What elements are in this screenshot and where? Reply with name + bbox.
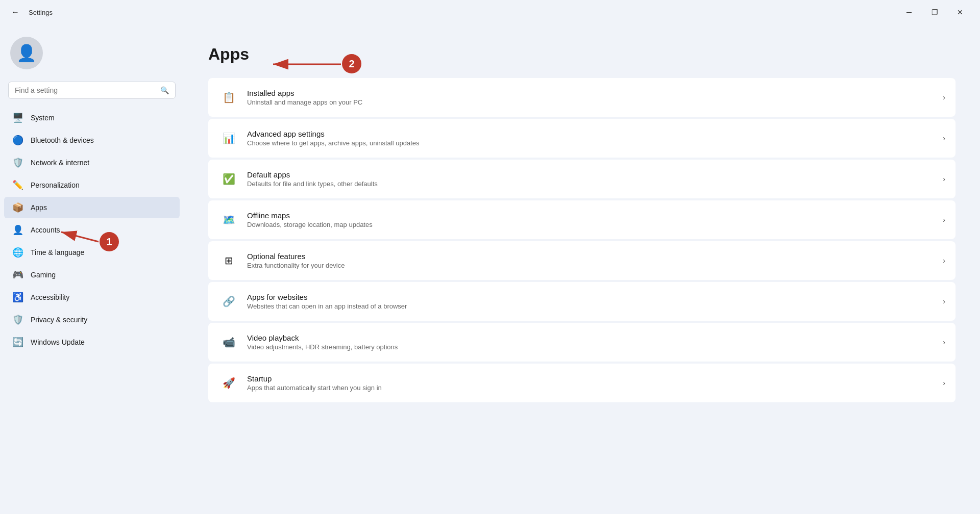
offline-maps-chevron: › [943,216,945,224]
startup-desc: Apps that automatically start when you s… [247,384,943,392]
settings-item-apps-for-websites[interactable]: 🔗Apps for websitesWebsites that can open… [208,282,955,321]
sidebar-item-bluetooth[interactable]: 🔵Bluetooth & devices [4,130,180,151]
optional-features-chevron: › [943,256,945,265]
video-playback-title: Video playback [247,333,943,342]
apps-for-websites-title: Apps for websites [247,293,943,301]
maximize-button[interactable]: ❐ [923,4,946,20]
gaming-icon: 🎮 [12,269,23,280]
video-playback-icon: 📹 [218,332,239,352]
apps-for-websites-chevron: › [943,297,945,305]
sidebar-item-accessibility[interactable]: ♿Accessibility [4,287,180,308]
sidebar-item-label-time: Time & language [31,248,84,256]
sidebar-item-label-network: Network & internet [31,159,89,167]
sidebar-item-label-apps: Apps [31,203,47,212]
search-input[interactable] [15,86,156,94]
windows-update-icon: 🔄 [12,337,23,348]
installed-apps-text: Installed appsUninstall and manage apps … [247,89,943,106]
avatar: 👤 [10,37,43,69]
advanced-app-settings-icon: 📊 [218,128,239,148]
video-playback-text: Video playbackVideo adjustments, HDR str… [247,333,943,351]
accessibility-icon: ♿ [12,292,23,303]
default-apps-chevron: › [943,175,945,183]
settings-item-advanced-app-settings[interactable]: 📊Advanced app settingsChoose where to ge… [208,119,955,158]
sidebar-item-personalization[interactable]: ✏️Personalization [4,174,180,196]
apps-for-websites-icon: 🔗 [218,291,239,312]
back-button[interactable]: ← [8,5,22,19]
window-controls: ─ ❐ ✕ [897,4,972,20]
content-area: Apps 📋Installed appsUninstall and manage… [184,24,980,514]
sidebar-item-label-windows-update: Windows Update [31,338,85,346]
offline-maps-icon: 🗺️ [218,210,239,230]
video-playback-desc: Video adjustments, HDR streaming, batter… [247,343,943,351]
system-icon: 🖥️ [12,112,23,123]
sidebar-item-privacy[interactable]: 🛡️Privacy & security [4,309,180,330]
settings-list: 📋Installed appsUninstall and manage apps… [208,78,955,402]
accounts-icon: 👤 [12,224,23,236]
advanced-app-settings-title: Advanced app settings [247,130,943,138]
startup-chevron: › [943,379,945,387]
main-layout: 👤 🔍 🖥️System🔵Bluetooth & devices🛡️Networ… [0,24,980,514]
sidebar-item-system[interactable]: 🖥️System [4,107,180,128]
avatar-section: 👤 [0,29,184,82]
installed-apps-title: Installed apps [247,89,943,97]
optional-features-title: Optional features [247,252,943,261]
video-playback-chevron: › [943,338,945,346]
settings-item-startup[interactable]: 🚀StartupApps that automatically start wh… [208,364,955,402]
sidebar-item-label-accounts: Accounts [31,226,60,234]
settings-item-offline-maps[interactable]: 🗺️Offline mapsDownloads, storage locatio… [208,200,955,239]
settings-item-video-playback[interactable]: 📹Video playbackVideo adjustments, HDR st… [208,323,955,362]
optional-features-icon: ⊞ [218,250,239,271]
installed-apps-chevron: › [943,93,945,101]
settings-item-installed-apps[interactable]: 📋Installed appsUninstall and manage apps… [208,78,955,117]
advanced-app-settings-text: Advanced app settingsChoose where to get… [247,130,943,147]
sidebar-nav: 🖥️System🔵Bluetooth & devices🛡️Network & … [0,107,184,353]
advanced-app-settings-chevron: › [943,134,945,142]
startup-icon: 🚀 [218,373,239,393]
sidebar: 👤 🔍 🖥️System🔵Bluetooth & devices🛡️Networ… [0,24,184,514]
settings-item-optional-features[interactable]: ⊞Optional featuresExtra functionality fo… [208,241,955,280]
title-bar: ← Settings ─ ❐ ✕ [0,0,980,24]
minimize-button[interactable]: ─ [897,4,921,20]
sidebar-item-gaming[interactable]: 🎮Gaming [4,264,180,286]
optional-features-text: Optional featuresExtra functionality for… [247,252,943,269]
settings-item-default-apps[interactable]: ✅Default appsDefaults for file and link … [208,160,955,198]
network-icon: 🛡️ [12,157,23,168]
sidebar-item-label-accessibility: Accessibility [31,293,69,301]
installed-apps-desc: Uninstall and manage apps on your PC [247,98,943,106]
sidebar-item-label-system: System [31,114,55,122]
advanced-app-settings-desc: Choose where to get apps, archive apps, … [247,139,943,147]
close-button[interactable]: ✕ [948,4,972,20]
startup-title: Startup [247,374,943,383]
startup-text: StartupApps that automatically start whe… [247,374,943,392]
page-title: Apps [208,45,955,64]
sidebar-item-apps[interactable]: 📦Apps [4,197,180,218]
sidebar-item-label-bluetooth: Bluetooth & devices [31,136,94,144]
installed-apps-icon: 📋 [218,87,239,108]
sidebar-item-accounts[interactable]: 👤Accounts [4,219,180,241]
privacy-icon: 🛡️ [12,314,23,325]
optional-features-desc: Extra functionality for your device [247,262,943,269]
sidebar-item-label-personalization: Personalization [31,181,80,189]
personalization-icon: ✏️ [12,179,23,191]
default-apps-text: Default appsDefaults for file and link t… [247,170,943,188]
sidebar-item-label-privacy: Privacy & security [31,316,87,324]
time-icon: 🌐 [12,247,23,258]
default-apps-icon: ✅ [218,169,239,189]
sidebar-item-label-gaming: Gaming [31,271,56,279]
offline-maps-title: Offline maps [247,211,943,220]
apps-for-websites-text: Apps for websitesWebsites that can open … [247,293,943,310]
sidebar-item-windows-update[interactable]: 🔄Windows Update [4,331,180,353]
default-apps-title: Default apps [247,170,943,179]
bluetooth-icon: 🔵 [12,135,23,146]
search-icon: 🔍 [160,86,169,94]
search-box[interactable]: 🔍 [8,82,176,99]
offline-maps-desc: Downloads, storage location, map updates [247,221,943,228]
offline-maps-text: Offline mapsDownloads, storage location,… [247,211,943,228]
apps-icon: 📦 [12,202,23,213]
sidebar-item-network[interactable]: 🛡️Network & internet [4,152,180,173]
default-apps-desc: Defaults for file and link types, other … [247,180,943,188]
title-bar-title: Settings [29,9,53,16]
sidebar-item-time[interactable]: 🌐Time & language [4,242,180,263]
apps-for-websites-desc: Websites that can open in an app instead… [247,302,943,310]
